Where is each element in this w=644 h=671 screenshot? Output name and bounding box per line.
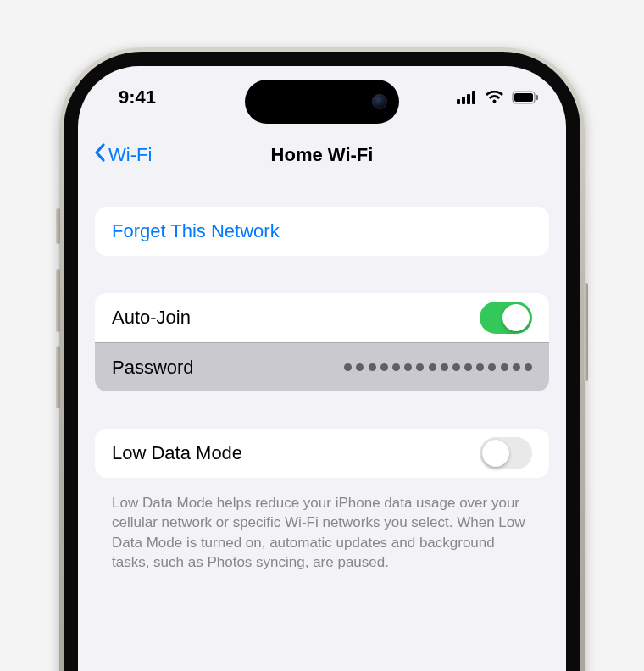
forget-network-button[interactable]: Forget This Network	[95, 207, 549, 256]
password-value-masked	[194, 363, 532, 371]
svg-rect-5	[514, 93, 533, 102]
group-forget: Forget This Network	[95, 207, 549, 256]
svg-rect-6	[536, 95, 539, 100]
password-label: Password	[112, 357, 194, 379]
auto-join-toggle[interactable]	[480, 302, 532, 334]
battery-icon	[512, 91, 539, 104]
auto-join-label: Auto-Join	[112, 307, 191, 329]
low-data-mode-toggle[interactable]	[480, 437, 532, 469]
forget-network-label: Forget This Network	[112, 220, 280, 242]
group-lowdata: Low Data Mode	[95, 429, 549, 478]
group-connection: Auto-Join Password	[95, 293, 549, 391]
screen: 9:41	[78, 66, 566, 671]
side-button	[56, 269, 60, 332]
back-label: Wi-Fi	[108, 144, 152, 166]
cellular-icon	[457, 91, 477, 104]
side-button	[56, 346, 60, 408]
back-button[interactable]: Wi-Fi	[88, 137, 157, 173]
dynamic-island	[245, 80, 399, 124]
svg-rect-1	[462, 97, 465, 104]
camera-lens-icon	[372, 94, 387, 109]
page-title: Home Wi-Fi	[271, 144, 374, 166]
navigation-bar: Wi-Fi Home Wi-Fi	[78, 129, 566, 181]
low-data-mode-row: Low Data Mode	[95, 429, 549, 478]
settings-content: Forget This Network Auto-Join Password	[78, 181, 566, 573]
iphone-frame: 9:41	[59, 47, 585, 671]
status-time: 9:41	[119, 86, 156, 108]
side-button	[584, 283, 588, 381]
side-button	[56, 208, 60, 244]
low-data-mode-footer: Low Data Mode helps reduce your iPhone d…	[95, 485, 549, 573]
svg-rect-3	[472, 91, 475, 104]
low-data-mode-label: Low Data Mode	[112, 442, 242, 464]
svg-rect-2	[467, 94, 470, 104]
password-row[interactable]: Password	[95, 342, 549, 391]
wifi-icon	[485, 91, 504, 104]
auto-join-row: Auto-Join	[95, 293, 549, 342]
svg-rect-0	[457, 99, 460, 104]
chevron-left-icon	[93, 142, 107, 168]
